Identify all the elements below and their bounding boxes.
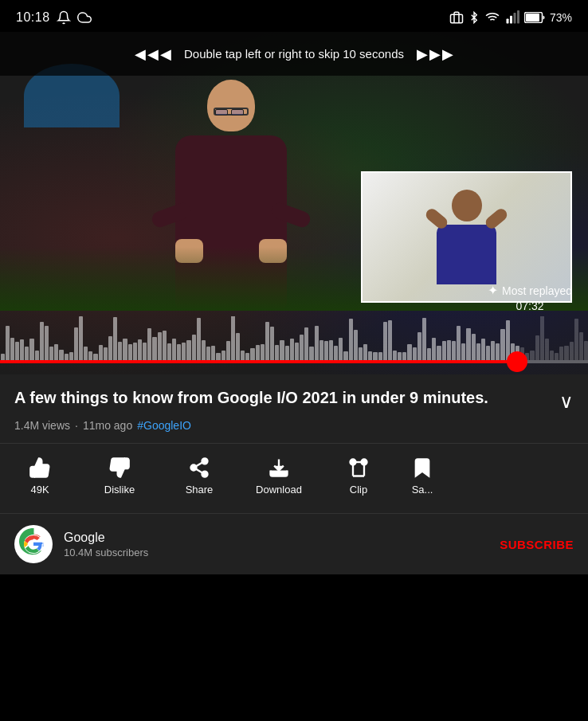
channel-subs: 10.4M subscribers xyxy=(64,547,148,558)
skip-hint: ◀◀◀ Double tap left or right to skip 10 … xyxy=(0,32,588,76)
bluetooth-icon xyxy=(468,10,480,25)
channel-text: Google 10.4M subscribers xyxy=(64,531,148,558)
view-count: 1.4M views xyxy=(14,419,70,432)
skip-hint-text: Double tap left or right to skip 10 seco… xyxy=(184,47,404,61)
skip-right-arrows: ▶▶▶ xyxy=(417,45,453,63)
svg-rect-2 xyxy=(510,16,512,24)
notification-icon xyxy=(57,10,71,25)
channel-logo[interactable] xyxy=(14,525,53,563)
save-label: Sa... xyxy=(412,484,433,496)
svg-point-14 xyxy=(362,460,367,465)
thumbs-down-icon xyxy=(108,457,131,479)
download-icon xyxy=(268,457,290,479)
google-logo xyxy=(18,528,49,560)
svg-rect-0 xyxy=(450,14,462,23)
action-buttons: 49K Dislike Share Download xyxy=(0,444,588,514)
svg-rect-4 xyxy=(517,10,519,24)
like-count: 49K xyxy=(30,484,49,496)
svg-point-9 xyxy=(202,472,208,477)
svg-point-7 xyxy=(202,458,208,464)
work-icon xyxy=(449,10,464,25)
video-info: A few things to know from Google I/O 202… xyxy=(0,374,588,444)
status-icons: 73% xyxy=(449,10,572,25)
dislike-button[interactable]: Dislike xyxy=(80,450,159,502)
svg-rect-1 xyxy=(506,19,508,24)
thumbs-up-icon xyxy=(29,457,51,479)
expand-button[interactable]: ∨ xyxy=(559,390,574,413)
video-meta: 1.4M views · 11mo ago #GoogleIO xyxy=(14,419,574,432)
svg-line-11 xyxy=(196,463,202,467)
share-label: Share xyxy=(186,484,214,496)
channel-row: Google 10.4M subscribers SUBSCRIBE xyxy=(0,514,588,574)
video-title: A few things to know from Google I/O 202… xyxy=(14,387,551,408)
share-button[interactable]: Share xyxy=(159,450,239,502)
dot-separator: · xyxy=(75,419,78,432)
video-hashtag[interactable]: #GoogleIO xyxy=(137,419,191,432)
channel-info: Google 10.4M subscribers xyxy=(14,525,148,563)
clip-label: Clip xyxy=(350,484,367,496)
signal-icon xyxy=(505,10,519,25)
save-button[interactable]: Sa... xyxy=(398,450,446,502)
clip-icon xyxy=(347,457,370,479)
status-bar: 10:18 xyxy=(0,0,588,32)
channel-name: Google xyxy=(64,531,148,545)
svg-point-13 xyxy=(351,460,356,465)
save-icon xyxy=(411,457,433,479)
wifi-icon xyxy=(484,10,500,25)
video-age: 11mo ago xyxy=(83,419,132,432)
dislike-label: Dislike xyxy=(104,484,135,496)
svg-line-10 xyxy=(196,469,202,473)
battery-percent: 73% xyxy=(550,11,572,24)
status-time: 10:18 xyxy=(16,10,50,25)
download-button[interactable]: Download xyxy=(239,450,319,502)
progress-scrubber[interactable] xyxy=(507,351,527,372)
skip-left-arrows: ◀◀◀ xyxy=(135,45,171,63)
cloud-icon xyxy=(77,10,92,25)
progress-bar[interactable] xyxy=(0,360,588,363)
svg-point-8 xyxy=(191,465,197,471)
svg-rect-6 xyxy=(526,14,539,22)
video-player[interactable]: ◀◀◀ Double tap left or right to skip 10 … xyxy=(0,32,588,374)
download-label: Download xyxy=(256,484,302,496)
clip-button[interactable]: Clip xyxy=(319,450,398,502)
share-icon xyxy=(188,457,210,479)
progress-fill xyxy=(0,360,517,363)
svg-rect-3 xyxy=(513,13,515,24)
most-replayed-label: Most replayed xyxy=(502,284,572,297)
battery-icon xyxy=(524,12,545,23)
waveform xyxy=(0,316,588,360)
subscribe-button[interactable]: SUBSCRIBE xyxy=(500,538,574,551)
progress-area[interactable] xyxy=(0,307,588,374)
sparkle-icon: ✦ xyxy=(488,283,498,298)
like-button[interactable]: 49K xyxy=(0,450,80,502)
